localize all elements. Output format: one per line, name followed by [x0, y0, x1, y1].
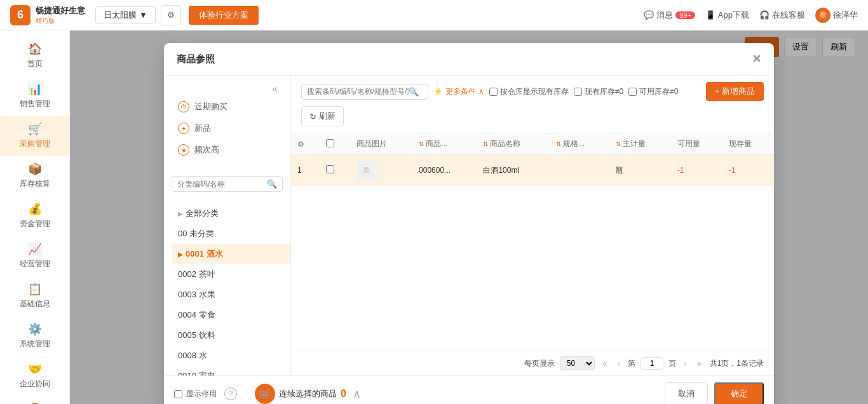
recent-purchase-btn[interactable]: ⏱ 近期购买 — [172, 97, 283, 116]
add-product-btn[interactable]: + 新增商品 — [706, 82, 764, 101]
product-table: ⚙ 商品图片 ⇅ 商品... — [291, 133, 774, 186]
purchase-icon: 🛒 — [28, 122, 42, 136]
message-area[interactable]: 💬 消息 99+ — [644, 10, 695, 21]
user-area[interactable]: 徐 徐泽华 — [815, 8, 858, 23]
sort-icon4: ⇅ — [616, 140, 621, 147]
cart-area[interactable]: 🛒 连续选择的商品 0 ∧ — [255, 384, 361, 404]
select-all-checkbox[interactable] — [326, 139, 334, 147]
sidebar-item-inventory[interactable]: 📦 库存核算 — [0, 156, 69, 196]
category-0003[interactable]: 0003 水果 — [172, 285, 290, 305]
collapse-cart-icon[interactable]: ∧ — [353, 387, 361, 401]
frequent-btn[interactable]: ★ 频次高 — [172, 140, 283, 159]
category-0004[interactable]: 0004 零食 — [172, 305, 290, 325]
sidebar-item-home[interactable]: 🏠 首页 — [0, 36, 69, 76]
new-product-btn[interactable]: ✦ 新品 — [172, 119, 283, 138]
col-spec[interactable]: ⇅ 规格... — [550, 133, 609, 155]
category-all[interactable]: ▶ 全部分类 — [172, 203, 290, 224]
expand-icon: ▶ — [178, 210, 183, 217]
product-search-icon[interactable]: 🔍 — [409, 87, 419, 97]
app-download[interactable]: 📱 App下载 — [705, 10, 749, 21]
logo-icon: 6 — [10, 5, 31, 25]
category-0005[interactable]: 0005 饮料 — [172, 325, 290, 346]
filter-icon: ⚡ — [433, 87, 443, 96]
next-page-btn[interactable]: › — [681, 358, 689, 368]
table-header: ⚙ 商品图片 ⇅ 商品... — [291, 133, 774, 155]
cell-unit: 瓶 — [609, 155, 671, 186]
sidebar: 🏠 首页 📊 销售管理 🛒 采购管理 📦 库存核算 💰 资金管理 📈 经营管理 … — [0, 30, 70, 404]
category-00[interactable]: 00 未分类 — [172, 224, 290, 244]
total-label: 共1页，1条记录 — [710, 358, 764, 369]
sidebar-item-enterprise[interactable]: 🤝 企业协同 — [0, 356, 69, 396]
refresh-btn[interactable]: ↻ 刷新 — [301, 106, 344, 126]
collapse-panel-icon[interactable]: « — [267, 83, 283, 95]
sidebar-item-basic-info[interactable]: 📋 基础信息 — [0, 276, 69, 316]
category-list: ▶ 全部分类 00 未分类 ▶ 0001 酒水 0002 茶 — [164, 203, 290, 375]
help-icon[interactable]: ? — [224, 387, 237, 400]
nav-right: 💬 消息 99+ 📱 App下载 🎧 在线客服 徐 徐泽华 — [644, 8, 858, 23]
category-0010[interactable]: 0010 家电 — [172, 366, 290, 375]
confirm-button[interactable]: 确定 — [714, 382, 764, 404]
headset-icon: 🎧 — [759, 10, 770, 20]
col-checkbox[interactable] — [320, 133, 350, 155]
col-name[interactable]: ⇅ 商品名称 — [477, 133, 549, 155]
table-body: 1 图 000600... 白酒100ml 瓶 — [291, 155, 774, 186]
show-disabled-checkbox[interactable] — [174, 390, 182, 398]
category-0001[interactable]: ▶ 0001 酒水 — [172, 244, 290, 264]
page-size-select[interactable]: 50 10 20 100 — [560, 356, 595, 370]
home-icon: 🏠 — [28, 42, 42, 56]
col-unit[interactable]: ⇅ 主计量 — [609, 133, 671, 155]
online-service[interactable]: 🎧 在线客服 — [759, 10, 805, 21]
category-search-input[interactable] — [177, 180, 267, 189]
recent-icon: ⏱ — [178, 101, 189, 112]
operation-icon: 📈 — [28, 242, 42, 256]
sidebar-item-guide[interactable]: 🎯 新手引导 — [0, 396, 69, 404]
sidebar-item-system[interactable]: ⚙️ 系统管理 — [0, 316, 69, 356]
cart-icon: 🛒 — [255, 384, 275, 404]
cancel-button[interactable]: 取消 — [665, 382, 708, 404]
filter-btn[interactable]: ⚡ 更多条件 ∧ — [433, 86, 484, 97]
cell-code: 000600... — [412, 155, 477, 186]
category-0008[interactable]: 0008 水 — [172, 346, 290, 366]
checkbox-warehouse-input[interactable] — [489, 88, 498, 96]
category-0002[interactable]: 0002 茶叶 — [172, 264, 290, 285]
cell-name: 白酒100ml — [477, 155, 549, 186]
checkbox-available-stock[interactable]: 可用库存≠0 — [628, 86, 678, 97]
basic-info-icon: 📋 — [28, 282, 42, 296]
quick-btns: « ⏱ 近期购买 ✦ 新品 ★ — [164, 83, 290, 165]
chevron-down-icon: ▼ — [139, 10, 147, 20]
top-nav: 6 畅捷通好生意 精巧版 日太阳膜 ▼ ⚙ 体验行业方案 💬 消息 99+ 📱 … — [0, 0, 868, 30]
show-disabled-check[interactable]: 显示停用 — [174, 389, 217, 400]
prev-page-btn[interactable]: ‹ — [615, 358, 623, 368]
modal-overlay: 商品参照 ✕ « ⏱ 近期购买 — [70, 30, 868, 404]
sort-icon: ⇅ — [419, 140, 424, 147]
product-search-box[interactable]: 🔍 — [301, 84, 428, 100]
category-search-icon[interactable]: 🔍 — [267, 179, 277, 189]
sidebar-item-sales[interactable]: 📊 销售管理 — [0, 76, 69, 116]
product-search-input[interactable] — [307, 87, 409, 96]
sidebar-item-finance[interactable]: 💰 资金管理 — [0, 196, 69, 236]
modal-close-icon[interactable]: ✕ — [752, 52, 761, 66]
content-area: 查询 设置 刷新 商品参照 ✕ « — [70, 30, 868, 404]
col-code[interactable]: ⇅ 商品... — [412, 133, 477, 155]
checkbox-current-stock[interactable]: 现有库存≠0 — [574, 86, 623, 97]
settings-icon[interactable]: ⚙ — [161, 5, 181, 25]
inventory-icon: 📦 — [28, 162, 42, 176]
page-number-input[interactable] — [641, 357, 663, 370]
pagination-bar: 每页显示 50 10 20 100 « ‹ 第 页 — [291, 351, 774, 375]
checkbox-available-stock-input[interactable] — [628, 88, 637, 96]
first-page-btn[interactable]: « — [600, 358, 610, 368]
col-settings[interactable]: ⚙ — [291, 133, 320, 155]
table-row[interactable]: 1 图 000600... 白酒100ml 瓶 — [291, 155, 774, 186]
checkbox-current-stock-input[interactable] — [574, 88, 582, 96]
cell-checkbox[interactable] — [320, 155, 350, 186]
checkbox-warehouse[interactable]: 按仓库显示现有库存 — [489, 86, 569, 97]
last-page-btn[interactable]: » — [695, 358, 705, 368]
trial-btn[interactable]: 体验行业方案 — [189, 6, 259, 25]
sidebar-item-operation[interactable]: 📈 经营管理 — [0, 236, 69, 276]
sidebar-item-purchase[interactable]: 🛒 采购管理 — [0, 116, 69, 156]
modal: 商品参照 ✕ « ⏱ 近期购买 — [164, 43, 774, 404]
frequent-icon: ★ — [178, 144, 189, 156]
row-checkbox[interactable] — [326, 165, 334, 173]
nav-selector[interactable]: 日太阳膜 ▼ — [95, 6, 156, 24]
category-search-box[interactable]: 🔍 — [172, 176, 283, 192]
